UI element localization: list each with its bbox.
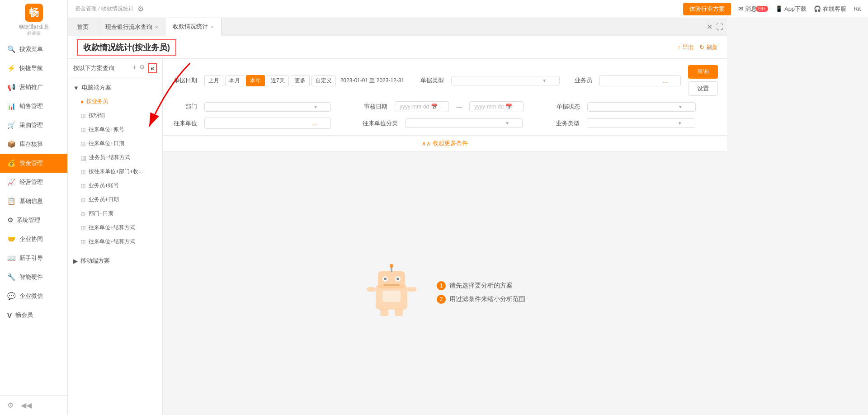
salesman-more-btn[interactable]: ... (663, 77, 668, 84)
refresh-icon: ↻ (699, 44, 704, 51)
query-btn[interactable]: 查询 (688, 65, 718, 79)
sidebar-item-search[interactable]: 🔍 搜索菜单 (0, 40, 67, 59)
collapse-sidebar-icon[interactable]: ◀◀ (21, 401, 32, 410)
date-btn-last-month[interactable]: 上月 (204, 75, 223, 86)
sidebar-item-marketing[interactable]: 📢 营销推广 (0, 78, 67, 97)
sidebar-label-purchase: 采购管理 (19, 121, 43, 129)
tree-item-unit-account[interactable]: ⊞ 往来单位+账号 (68, 123, 162, 137)
tab-receivable[interactable]: 收款情况统计 × (165, 18, 221, 36)
tab-expand-icon[interactable]: ⛶ (716, 23, 723, 31)
tab-receivable-close[interactable]: × (211, 24, 213, 29)
setting-btn[interactable]: 设置 (688, 81, 718, 96)
tree-item-detail[interactable]: ⊞ 按明细 (68, 108, 162, 123)
sidebar-label-inventory: 库存核算 (19, 140, 43, 148)
sidebar-item-wechat[interactable]: 💬 企业微信 (0, 287, 67, 306)
refresh-label: 刷新 (706, 43, 718, 52)
settings-bottom-icon[interactable]: ⚙ (7, 401, 14, 410)
svg-rect-13 (382, 291, 401, 302)
sidebar-item-system[interactable]: ⚙ 系统管理 (0, 211, 67, 230)
date-btn-custom[interactable]: 自定义 (311, 75, 336, 86)
sidebar-label-operations: 经营管理 (19, 178, 43, 186)
headset-icon: 🎧 (814, 5, 821, 12)
tree-item-salesman-settle[interactable]: ▦ 业务员+结算方式 (68, 151, 162, 165)
collapse-panel-btn[interactable]: « (148, 63, 157, 73)
tree-item-salesman-account[interactable]: ⊞ 业务员+账号 (68, 179, 162, 193)
voucher-status-label: 单据状态 (555, 103, 580, 111)
message-btn[interactable]: ✉ 消息 99+ (738, 5, 768, 13)
empty-robot-illustration (364, 262, 419, 322)
business-type-select[interactable]: ▼ (587, 118, 695, 128)
unit-settle1-label: 往来单位+结算方式 (89, 224, 135, 231)
sidebar-item-basic[interactable]: 📋 基础信息 (0, 192, 67, 211)
date-btn-this-year[interactable]: 本年 (246, 75, 265, 86)
sidebar-item-corp[interactable]: 🤝 企业协同 (0, 230, 67, 249)
add-scheme-btn[interactable]: + (132, 63, 137, 73)
sidebar-label-finance: 资金管理 (19, 159, 43, 167)
tree-item-salesman[interactable]: ● 按业务员 (68, 94, 162, 108)
settings-icon[interactable]: ⚙ (137, 5, 144, 13)
sidebar-item-purchase[interactable]: 🛒 采购管理 (0, 116, 67, 135)
counterpart-select[interactable]: ... (204, 118, 331, 129)
dept-arrow: ▼ (313, 104, 318, 109)
message-label: 消息 (745, 5, 757, 13)
sidebar-label-quicknav: 快捷导航 (19, 64, 43, 72)
salesman-label: 业务员 (567, 76, 592, 85)
empty-text-box: 1 请先选择要分析的方案 2 用过滤条件来缩小分析范围 (437, 281, 525, 304)
sidebar-item-inventory[interactable]: 📦 库存核算 (0, 135, 67, 154)
tree-item-unit-date[interactable]: ⊞ 往来单位+日期 (68, 137, 162, 151)
tree-item-unit-dept[interactable]: ⊞ 按往来单位+部门+收... (68, 165, 162, 179)
sidebar-item-guide[interactable]: 📖 新手引导 (0, 249, 67, 268)
date-btn-more[interactable]: 更多 (291, 75, 310, 86)
review-date-to[interactable]: yyyy-mm-dd 📅 (469, 101, 524, 112)
tree-item-salesman-date[interactable]: ⊙ 业务员+日期 (68, 193, 162, 207)
tree-item-unit-settle2[interactable]: ⊞ 往来单位+结算方式 (68, 235, 162, 249)
trial-btn[interactable]: 体验行业方案 (683, 3, 731, 15)
detail-scheme-label: 按明细 (89, 112, 105, 119)
scheme-settings-btn[interactable]: ⚙ (139, 63, 145, 73)
dept-select[interactable]: ▼ (204, 102, 331, 112)
date-btn-7days[interactable]: 近7天 (267, 75, 289, 86)
voucher-type-select[interactable]: ▼ (451, 76, 560, 85)
logo-area: 畅 畅捷通好生意 标准版 (0, 0, 68, 40)
counterpart-more-btn[interactable]: ... (313, 120, 318, 127)
online-service-btn[interactable]: 🎧 在线客服 (814, 5, 846, 13)
empty-step-2: 2 用过滤条件来缩小分析范围 (437, 295, 525, 304)
export-btn[interactable]: ↑ 导出 (678, 43, 694, 52)
tab-close-all-icon[interactable]: ✕ (707, 23, 712, 31)
step-1-text: 请先选择要分析的方案 (449, 282, 513, 290)
tree-item-unit-settle1[interactable]: ⊞ 往来单位+结算方式 (68, 221, 162, 235)
page-header-actions: ↑ 导出 ↻ 刷新 (678, 43, 718, 52)
sidebar-item-operations[interactable]: 📈 经营管理 (0, 173, 67, 192)
calendar-icon-to: 📅 (505, 104, 512, 110)
counterpart-cat-arrow: ▼ (505, 121, 509, 126)
review-date-from-placeholder: yyyy-mm-dd (400, 104, 429, 110)
logo-tag: 标准版 (27, 30, 41, 37)
sidebar-menu: 🔍 搜索菜单 ⚡ 快捷导航 📢 营销推广 📊 销售管理 🛒 采购管理 📦 (0, 40, 67, 395)
detail-scheme-icon: ⊞ (80, 112, 86, 119)
date-btn-this-month[interactable]: 本月 (225, 75, 244, 86)
salesman-select[interactable]: ... (599, 75, 681, 86)
voucher-status-select[interactable]: ▼ (587, 102, 696, 112)
sidebar-label-basic: 基础信息 (19, 197, 43, 205)
tab-bar-right: ✕ ⛶ (707, 23, 727, 31)
tab-cashflow[interactable]: 现金银行流水查询 × (98, 18, 165, 36)
sidebar-item-hardware[interactable]: 🔧 智能硬件 (0, 268, 67, 287)
collapse-bar[interactable]: ∧∧ 收起更多条件 (163, 136, 727, 151)
counterpart-category-select[interactable]: ▼ (405, 118, 523, 128)
review-date-from[interactable]: yyyy-mm-dd 📅 (395, 101, 449, 112)
sidebar-item-member[interactable]: V 畅会员 (0, 306, 67, 325)
tree-mobile-title[interactable]: ▶ 移动端方案 (68, 254, 162, 268)
filter-area: 单据日期 上月 本月 本年 近7天 更多 自定义 2023-01-01 至 20… (163, 59, 727, 136)
tree-item-dept-date[interactable]: ⊙ 部门+日期 (68, 207, 162, 221)
export-icon: ↑ (678, 44, 681, 51)
refresh-btn[interactable]: ↻ 刷新 (699, 43, 718, 52)
tab-cashflow-close[interactable]: × (155, 24, 158, 30)
sidebar-item-sales[interactable]: 📊 销售管理 (0, 97, 67, 116)
app-download-btn[interactable]: 📱 App下载 (775, 5, 807, 13)
user-btn[interactable]: Rit (854, 5, 861, 12)
tree-desktop-title[interactable]: ▼ 电脑端方案 (68, 81, 162, 94)
date-range-text: 2023-01-01 至 2023-12-31 (340, 77, 404, 85)
sidebar-item-quicknav[interactable]: ⚡ 快捷导航 (0, 59, 67, 78)
tab-home[interactable]: 首页 (68, 18, 98, 36)
sidebar-item-finance[interactable]: 💰 资金管理 (0, 154, 67, 173)
